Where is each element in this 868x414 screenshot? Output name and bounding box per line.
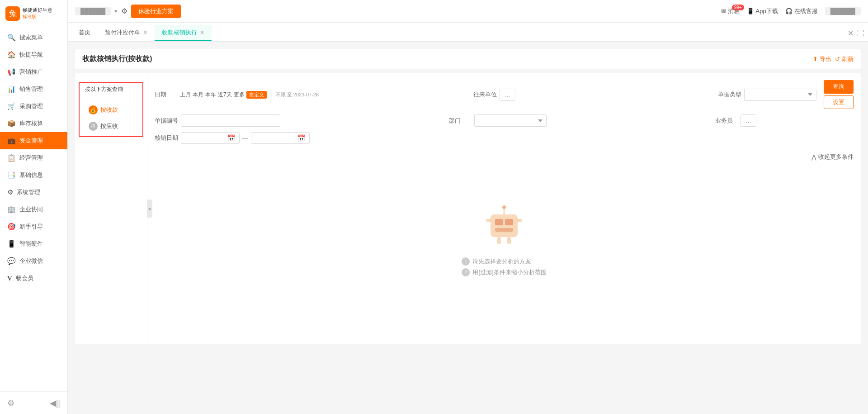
empty-step-2: 2 用[过滤]条件来缩小分析范围	[462, 268, 546, 276]
salesperson-input-btn[interactable]: …	[741, 114, 756, 127]
by-receivable-icon: ⏱	[89, 122, 98, 131]
title-actions: ⬆ 导出 ↺ 刷新	[813, 55, 854, 63]
sidebar-item-label: 营销推广	[19, 68, 43, 76]
tab-receivable-label: 收款核销执行	[162, 29, 197, 37]
export-btn[interactable]: ⬆ 导出	[813, 55, 831, 63]
filter-by-receivable[interactable]: ⏱ 按应收	[80, 118, 142, 134]
operations-icon: 📋	[7, 154, 16, 162]
date-this-year[interactable]: 本年	[205, 91, 216, 99]
date-hint: 不限 至 2023-07-26	[276, 91, 319, 98]
sidebar-item-member[interactable]: V 畅会员	[0, 270, 67, 287]
cal-end-icon[interactable]: 📅	[297, 134, 305, 142]
doctype-select[interactable]	[744, 89, 816, 101]
action-btns: 查询 设置	[824, 80, 854, 109]
dept-select[interactable]	[474, 114, 547, 127]
query-btn[interactable]: 查询	[824, 80, 854, 94]
sidebar-item-label: 采购管理	[19, 102, 43, 110]
sidebar-item-label: 销售管理	[19, 85, 43, 93]
tab-receivable[interactable]: 收款核销执行 ✕	[155, 25, 212, 41]
tab-home[interactable]: 首页	[71, 25, 98, 41]
date-end-wrap: 2023-07-21 📅	[251, 132, 310, 144]
header-dropdown-icon[interactable]: ▾	[114, 8, 118, 14]
online-service-btn[interactable]: 🎧 在线客服	[785, 7, 818, 15]
filter-panel: 按以下方案查询 💰 按收款 ⏱ 按应收 «	[75, 73, 147, 344]
dept-label: 部门	[449, 117, 472, 125]
sidebar-footer: ⚙ ◀‍||	[0, 391, 67, 414]
sidebar-item-hardware[interactable]: 📱 智能硬件	[0, 235, 67, 252]
tab-prepay-label: 预付冲应付单	[105, 29, 140, 37]
date-custom-tag[interactable]: 自定义	[246, 91, 267, 99]
user-avatar[interactable]: ██████	[825, 7, 861, 15]
tab-receivable-close[interactable]: ✕	[200, 29, 204, 36]
svg-rect-1	[495, 219, 503, 225]
sidebar-item-wechat[interactable]: 💬 企业微信	[0, 252, 67, 270]
sidebar-item-sales[interactable]: 📊 销售管理	[0, 81, 67, 98]
svg-point-9	[502, 205, 506, 209]
date-hint-text: 不限 至 2023-07-26	[276, 91, 319, 98]
svg-rect-3	[495, 228, 513, 232]
counterpart-input-btn[interactable]: …	[500, 89, 515, 101]
header-gear-icon[interactable]: ⚙	[121, 7, 127, 15]
app-download-label: App下载	[756, 7, 778, 15]
sidebar-item-label: 智能硬件	[19, 240, 43, 248]
sidebar-item-onboarding[interactable]: 🎯 新手引导	[0, 218, 67, 235]
sidebar-item-operations[interactable]: 📋 经营管理	[0, 149, 67, 167]
filter-options-box: 按以下方案查询 💰 按收款 ⏱ 按应收	[79, 82, 143, 137]
step2-text: 用[过滤]条件来缩小分析范围	[472, 268, 546, 276]
industry-btn[interactable]: 休验行业方案	[131, 5, 181, 18]
sidebar-item-inventory[interactable]: 📦 库存核算	[0, 115, 67, 132]
svg-rect-4	[497, 237, 501, 244]
date-start-input[interactable]: 2023-03-01	[185, 135, 226, 142]
empty-illustration	[477, 201, 531, 246]
sidebar-item-marketing[interactable]: 📢 营销推广	[0, 63, 67, 81]
tab-maximize-btn[interactable]: ⛶	[857, 29, 864, 38]
collapse-sidebar-icon[interactable]: ◀‍||	[50, 398, 60, 408]
sidebar-item-search-menu[interactable]: 🔍 搜索菜单	[0, 29, 67, 46]
writeoff-date-field: 核销日期 2023-03-01 📅 — 2023-07-21 📅	[155, 132, 310, 144]
header-left: ██████ ▾ ⚙ 休验行业方案	[75, 5, 181, 18]
message-badge: 99+	[732, 5, 744, 10]
page-title: 收款核销执行(按收款)	[82, 54, 152, 64]
sidebar: 兔 畅捷通好生意 标准版 🔍 搜索菜单 🏠 快捷导航 📢 营销推广 📊 销售管理…	[0, 0, 68, 414]
date-start-wrap: 2023-03-01 📅	[181, 132, 240, 144]
tab-bar: 首页 预付冲应付单 ✕ 收款核销执行 ✕ ✕ ⛶	[68, 23, 868, 42]
cal-start-icon[interactable]: 📅	[227, 134, 235, 142]
sidebar-item-basic-info[interactable]: 📑 基础信息	[0, 167, 67, 184]
date-this-month[interactable]: 本月	[193, 91, 203, 99]
docnum-label: 单据编号	[155, 117, 178, 125]
sidebar-item-finance[interactable]: 💼 资金管理	[0, 132, 67, 149]
collapse-more-btn[interactable]: ⋀ 收起更多条件	[811, 153, 854, 161]
date-more[interactable]: 更多	[234, 91, 245, 99]
message-btn[interactable]: ✉ 消息 99+	[721, 7, 740, 15]
svg-rect-5	[507, 237, 511, 244]
refresh-btn[interactable]: ↺ 刷新	[835, 55, 854, 63]
date-end-input[interactable]: 2023-07-21	[255, 135, 296, 142]
main-area: ██████ ▾ ⚙ 休验行业方案 ✉ 消息 99+ 📱 App下载 🎧 在线客…	[68, 0, 868, 414]
settings-icon[interactable]: ⚙	[7, 398, 14, 408]
search-menu-icon: 🔍	[7, 33, 16, 42]
app-download-btn[interactable]: 📱 App下载	[747, 7, 778, 15]
collapse-filter-btn[interactable]: «	[147, 200, 152, 218]
tab-prepay-close[interactable]: ✕	[143, 29, 147, 36]
svg-rect-6	[486, 219, 491, 222]
tab-close-window-btn[interactable]: ✕	[848, 29, 854, 38]
marketing-icon: 📢	[7, 68, 16, 76]
wechat-icon: 💬	[7, 257, 16, 265]
header-right: ✉ 消息 99+ 📱 App下载 🎧 在线客服 ██████	[721, 7, 861, 15]
sidebar-item-enterprise[interactable]: 🏢 企业协同	[0, 201, 67, 218]
sidebar-item-purchase[interactable]: 🛒 采购管理	[0, 98, 67, 115]
by-receivable-label: 按应收	[100, 122, 118, 130]
sidebar-item-quick-nav[interactable]: 🏠 快捷导航	[0, 46, 67, 63]
date-separator: —	[242, 135, 248, 142]
filter-by-receipt[interactable]: 💰 按收款	[80, 102, 142, 118]
main-panel: 按以下方案查询 💰 按收款 ⏱ 按应收 «	[75, 73, 861, 344]
date-range: 2023-03-01 📅 — 2023-07-21 📅	[181, 132, 310, 144]
search-row-3: 核销日期 2023-03-01 📅 — 2023-07-21 📅	[155, 132, 854, 144]
sidebar-item-system[interactable]: ⚙ 系统管理	[0, 184, 67, 201]
docnum-input[interactable]	[181, 114, 280, 127]
date-last-month[interactable]: 上月	[180, 91, 191, 99]
date-7days[interactable]: 近7天	[218, 91, 232, 99]
settings-btn[interactable]: 设置	[824, 95, 854, 109]
tab-prepay[interactable]: 预付冲应付单 ✕	[98, 25, 155, 41]
header-brand: ██████	[75, 7, 111, 15]
